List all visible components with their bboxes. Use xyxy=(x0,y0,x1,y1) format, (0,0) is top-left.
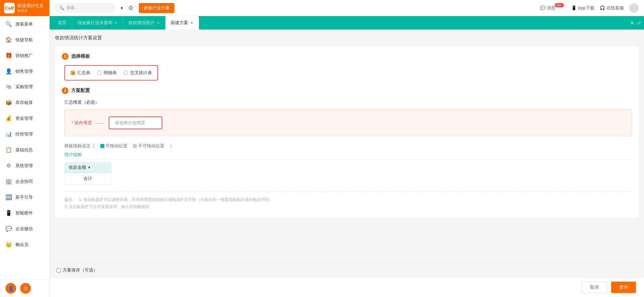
tab-collection[interactable]: 收款情况统计 ✕ xyxy=(123,16,165,30)
logo-info: 畅捷通好生意 标准版 xyxy=(17,3,44,13)
radio-detail[interactable]: 明细表 xyxy=(97,70,117,76)
logo-text: CaR xyxy=(5,5,14,11)
tab-home[interactable]: 首页 xyxy=(52,16,72,30)
message-icon: 💬 xyxy=(540,5,545,10)
section2-title: 方案配置 xyxy=(71,88,90,94)
sidebar-bottom: 👤 ⚙ xyxy=(0,279,49,297)
search-icon: 🔍 xyxy=(59,6,64,10)
sidebar-menu: 🔍搜索菜单🏠快捷导航🎁营销推广👤销售管理🛍采购管理📦库存核算💰资金管理📊经营管理… xyxy=(0,16,49,279)
sidebar-settings-icon[interactable]: ⚙ xyxy=(20,283,31,294)
sidebar-item-inventory[interactable]: 📦库存核算 xyxy=(0,95,49,110)
sidebar-item-quick-nav[interactable]: 🏠快捷导航 xyxy=(0,32,49,48)
draggable-dot xyxy=(100,144,104,148)
dimension-select[interactable]: 请选择分组维度 xyxy=(109,116,162,129)
sidebar-item-member[interactable]: 👑畅会员 xyxy=(0,237,49,252)
indicator-table: 收款金额 ▾ 合计 xyxy=(64,162,111,185)
sidebar-item-system[interactable]: ⚙系统管理 xyxy=(0,158,49,174)
tab-collection-close[interactable]: ✕ xyxy=(157,21,160,25)
sidebar-item-operation[interactable]: 📊经营管理 xyxy=(0,126,49,142)
radio-cross[interactable]: 交叉统计表 xyxy=(123,70,152,76)
dimension-row: 纵向维度 —— 请选择分组维度 xyxy=(71,116,625,129)
sidebar-item-label-quick-nav: 快捷导航 xyxy=(15,37,33,43)
sidebar-item-label-guide: 新手引导 xyxy=(15,194,33,200)
sidebar: CaR 畅捷通好生意 标准版 🔍搜索菜单🏠快捷导航🎁营销推广👤销售管理🛍采购管理… xyxy=(0,0,50,297)
sidebar-item-hardware[interactable]: 📱智能硬件 xyxy=(0,205,49,221)
system-icon: ⚙ xyxy=(5,162,12,169)
template-selection-box: 汇总表 明细表 交叉统计表 xyxy=(64,65,158,81)
radio-summary-label: 汇总表 xyxy=(77,70,90,76)
dimension-title: 汇总维度（必选） xyxy=(64,99,632,105)
sidebar-logo: CaR 畅捷通好生意 标准版 xyxy=(0,0,49,16)
tab-close-all-btn[interactable]: ✕ xyxy=(630,20,634,26)
tab-maximize-btn[interactable]: ⤢ xyxy=(637,20,641,26)
indicators-header-close: ） xyxy=(170,143,174,149)
sidebar-item-purchase[interactable]: 🛍采购管理 xyxy=(0,79,49,95)
message-label: 消息 xyxy=(547,5,555,11)
topbar-actions: 💬 消息 99+ 📱 App下载 🎧 在线客服 xyxy=(540,3,639,13)
section2: 2 方案配置 汇总维度（必选） 纵向维度 —— 请选择分组维度 xyxy=(62,87,632,210)
save-checkbox-label[interactable]: 方案保存（可选） xyxy=(56,267,98,273)
radio-detail-circle xyxy=(97,70,102,75)
sidebar-item-search[interactable]: 🔍搜索菜单 xyxy=(0,16,49,32)
sidebar-item-label-inventory: 库存核算 xyxy=(15,100,33,106)
sidebar-item-marketing[interactable]: 🎁营销推广 xyxy=(0,48,49,63)
indicator-col-label: 收款金额 xyxy=(69,164,86,170)
app-edition: 标准版 xyxy=(17,8,44,13)
sidebar-item-finance[interactable]: 💰资金管理 xyxy=(0,110,49,126)
tab-new-plan-close[interactable]: ✕ xyxy=(190,21,193,25)
sidebar-item-wechat[interactable]: 💬企业微信 xyxy=(0,221,49,237)
main-area: 🔍 搜索... ▾ ⚙ 体验行业方案 💬 消息 99+ 📱 App下载 🎧 在线… xyxy=(50,0,644,297)
radio-summary-circle xyxy=(70,70,75,75)
sidebar-item-label-operation: 经营管理 xyxy=(15,131,33,137)
message-btn[interactable]: 💬 消息 99+ xyxy=(540,5,566,11)
wechat-icon: 💬 xyxy=(5,226,12,232)
sidebar-item-enterprise[interactable]: 🏢企业协同 xyxy=(0,174,49,189)
app-name: 畅捷通好生意 xyxy=(17,3,44,8)
topbar-settings-icon[interactable]: ⚙ xyxy=(128,4,133,12)
tab-bank-close[interactable]: ✕ xyxy=(114,21,117,25)
save-checkbox-text: 方案保存（可选） xyxy=(63,267,98,273)
inventory-icon: 📦 xyxy=(5,99,12,106)
bottom-bar: 方案保存（可选） xyxy=(50,263,644,277)
fixed-dot xyxy=(133,144,137,148)
sidebar-item-label-enterprise: 企业协同 xyxy=(15,179,33,185)
sidebar-user-icon[interactable]: 👤 xyxy=(5,283,16,294)
fixed-label: 不可拖动位置 xyxy=(138,143,164,149)
tabbar-controls: ✕ ⤢ xyxy=(630,20,641,26)
draggable-label: 可拖动位置 xyxy=(106,143,127,149)
sidebar-item-label-basic: 基础信息 xyxy=(15,147,33,153)
download-btn[interactable]: 📱 App下载 xyxy=(571,5,594,11)
main-card: 1 选择模板 汇总表 明细表 xyxy=(55,46,639,218)
purchase-icon: 🛍 xyxy=(5,84,12,90)
fixed-badge: 不可拖动位置 xyxy=(133,143,164,149)
indicator-col-chevron[interactable]: ▾ xyxy=(88,165,90,170)
topbar-dropdown-icon[interactable]: ▾ xyxy=(121,6,123,10)
indicator-row-label: 合计 xyxy=(84,176,92,181)
tab-bank[interactable]: 现金银行流水查询 ✕ xyxy=(72,16,123,30)
hardware-icon: 📱 xyxy=(5,210,12,216)
sidebar-item-sales[interactable]: 👤销售管理 xyxy=(0,63,49,79)
save-checkbox[interactable] xyxy=(56,268,61,273)
topbar-search[interactable]: 🔍 搜索... xyxy=(55,3,115,12)
basic-icon: 📋 xyxy=(5,147,12,153)
sidebar-item-guide[interactable]: 🆕新手引导 xyxy=(0,189,49,205)
radio-summary[interactable]: 汇总表 xyxy=(70,70,90,76)
vertical-dimension-label: 纵向维度 xyxy=(71,120,92,126)
enterprise-icon: 🏢 xyxy=(5,178,12,185)
user-avatar[interactable] xyxy=(629,3,639,13)
radio-cross-label: 交叉统计表 xyxy=(130,70,152,76)
section1-num: 1 xyxy=(62,53,68,60)
tabbar: 首页 现金银行流水查询 ✕ 收款情况统计 ✕ 新建方案 ✕ ✕ ⤢ xyxy=(50,16,644,30)
industry-btn[interactable]: 体验行业方案 xyxy=(139,3,174,13)
radio-detail-label: 明细表 xyxy=(104,70,117,76)
sidebar-item-basic[interactable]: 📋基础信息 xyxy=(0,142,49,158)
tab-new-plan[interactable]: 新建方案 ✕ xyxy=(165,16,199,30)
tab-collection-label: 收款情况统计 xyxy=(128,20,155,26)
cancel-button[interactable]: 取消 xyxy=(582,282,607,293)
operation-icon: 📊 xyxy=(5,131,12,137)
content-area: 收款情况统计方案设置 1 选择模板 汇总表 xyxy=(50,30,644,277)
service-btn[interactable]: 🎧 在线客服 xyxy=(600,5,624,11)
tab-new-plan-label: 新建方案 xyxy=(171,20,188,26)
query-button[interactable]: 查询 xyxy=(611,282,636,293)
indicator-header-row[interactable]: 收款金额 ▾ xyxy=(65,162,111,173)
